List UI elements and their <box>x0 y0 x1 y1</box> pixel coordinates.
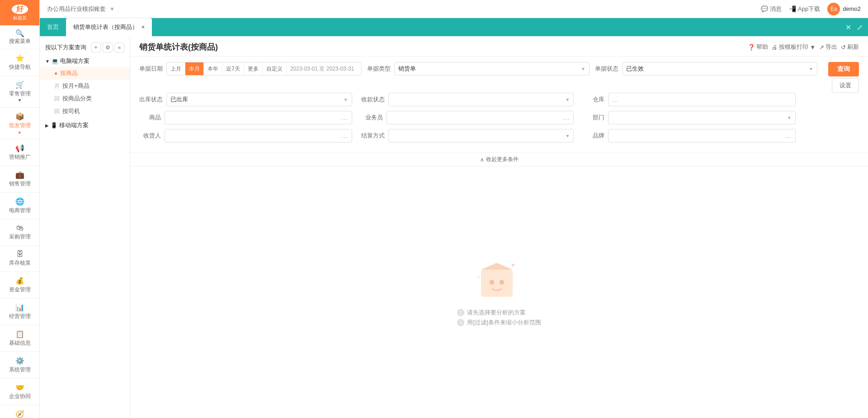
sidebar-item-guide[interactable]: 🧭 新手引导 <box>0 405 39 418</box>
tip2-num: 2 <box>457 319 464 326</box>
date-btn-this-year[interactable]: 本年 <box>204 62 222 76</box>
dept-label: 部门 <box>583 114 604 122</box>
filter-goods: 商品 ... <box>139 111 352 124</box>
help-icon: ❓ <box>748 44 755 51</box>
scheme-item-by-goods[interactable]: ● 按商品 <box>40 67 130 80</box>
search-menu-item[interactable]: 🔍 搜索菜单 <box>0 25 39 49</box>
sidebar-item-operation[interactable]: 📊 经营管理 <box>0 299 39 325</box>
svg-point-3 <box>500 280 504 285</box>
help-button[interactable]: ❓ 帮助 <box>748 43 768 51</box>
staff-filter[interactable]: ... <box>387 111 574 124</box>
print-button[interactable]: 🖨 按模板打印 ▼ <box>772 43 816 51</box>
receiver-dots-icon: ... <box>341 132 348 139</box>
status-filter[interactable]: 已生效 ▼ <box>622 62 817 76</box>
date-btn-this-month[interactable]: 本月 <box>185 62 204 76</box>
date-filter[interactable]: 上月 本月 本年 近7天 更多 自定义 2023-03-01 至 2023-03… <box>166 62 362 76</box>
receive-dropdown-icon: ▼ <box>565 97 570 102</box>
dropdown-arrow-industry[interactable]: ▼ <box>109 6 115 12</box>
empty-tips: 1 请先选择要分析的方案 2 用[过滤]条件来缩小分析范围 <box>457 309 541 328</box>
payment-label: 结算方式 <box>361 132 385 140</box>
tab-close-button[interactable]: × <box>142 24 145 30</box>
receive-filter[interactable]: ▼ <box>388 93 574 106</box>
header-right: 💬 消息 📲 App下载 Ea demo2 <box>761 3 861 15</box>
filter-warehouse: 仓库 ... <box>583 93 796 106</box>
payment-filter[interactable]: ▼ <box>388 129 574 142</box>
goods-filter[interactable]: ... <box>165 111 352 124</box>
out-status-filter[interactable]: 已出库 ▼ <box>166 93 352 106</box>
sidebar: 好 标题页 🔍 搜索菜单 ⭐ 快捷导航 🛒 零售管理 ▼ 📦 批发管理 ▲ 📢 … <box>0 0 40 418</box>
sidebar-item-purchase[interactable]: 🛍 采购管理 <box>0 219 39 246</box>
out-value: 已出库 <box>170 95 344 104</box>
tip1-num: 1 <box>457 309 464 316</box>
refresh-label: 刷新 <box>847 43 859 51</box>
brand-filter[interactable]: ... <box>608 129 796 142</box>
scheme-add-button[interactable]: + <box>91 43 101 52</box>
app-download-action[interactable]: 📲 App下载 <box>789 5 820 13</box>
out-dropdown-icon: ▼ <box>344 97 348 102</box>
tab-maximize-button[interactable]: ⤢ <box>855 21 864 33</box>
dept-dropdown-icon: ▼ <box>787 115 792 120</box>
goods-icon: ● <box>54 70 57 76</box>
print-label: 按模板打印 <box>779 43 808 51</box>
sidebar-item-finance[interactable]: 💰 资金管理 <box>0 272 39 299</box>
collapse-bar[interactable]: ∧ 收起更多条件 <box>130 153 868 166</box>
type-label: 单据类型 <box>367 65 391 73</box>
refresh-button[interactable]: ↺ 刷新 <box>841 43 859 51</box>
header-left: 办公用品行业模拟账套 ▼ <box>47 5 115 13</box>
scheme-item-by-category[interactable]: 回 按商品分类 <box>40 92 130 105</box>
sidebar-item-ecommerce[interactable]: 🌐 电商管理 <box>0 193 39 219</box>
svg-rect-0 <box>481 270 513 297</box>
print-dropdown-arrow[interactable]: ▼ <box>810 44 816 51</box>
date-btn-last-month[interactable]: 上月 <box>167 62 185 76</box>
export-button[interactable]: ↗ 导出 <box>819 43 837 51</box>
goods-label: 商品 <box>139 114 161 122</box>
scheme-group-mobile-title[interactable]: ▶ 📱 移动端方案 <box>40 119 130 131</box>
date-filter-wrapper: 上月 本月 本年 近7天 更多 自定义 2023-03-01 至 2023-03… <box>166 62 362 76</box>
top-header: 办公用品行业模拟账套 ▼ 💬 消息 📲 App下载 Ea demo2 <box>40 0 868 18</box>
tab-sales-report[interactable]: 销货单统计表（按商品） × <box>66 18 152 36</box>
scheme-group-mobile-label: 移动端方案 <box>59 121 89 129</box>
tab-close-all-button[interactable]: ✕ <box>844 21 853 33</box>
dept-filter[interactable]: ▼ <box>608 111 796 124</box>
warehouse-filter[interactable]: ... <box>608 93 796 106</box>
printer-icon: 回 <box>54 108 60 115</box>
brand-dots-icon: ... <box>785 132 792 139</box>
industry-label: 办公用品行业模拟账套 <box>47 5 106 13</box>
sidebar-item-sales[interactable]: 💼 销售管理 <box>0 166 39 193</box>
filter-status-group: 单据状态 已生效 ▼ <box>595 62 817 76</box>
user-profile[interactable]: Ea demo2 <box>827 3 861 15</box>
date-btn-more[interactable]: 更多 <box>244 62 263 76</box>
scheme-settings-button[interactable]: ⚙ <box>103 43 113 52</box>
settings-button[interactable]: 设置 <box>832 78 859 93</box>
refresh-icon: ↺ <box>841 44 846 51</box>
scheme-group-pc-title[interactable]: ▼ 💻 电脑端方案 <box>40 55 130 67</box>
status-value: 已生效 <box>626 65 809 73</box>
type-filter[interactable]: 销货单 ▼ <box>394 62 590 76</box>
sidebar-item-inventory[interactable]: 🗄 库存核算 <box>0 246 39 272</box>
export-icon: ↗ <box>819 44 824 51</box>
sidebar-item-basic[interactable]: 📋 基础信息 <box>0 325 39 352</box>
filter-row-1: 单据日期 上月 本月 本年 近7天 更多 自定义 2023-03-01 至 20… <box>139 62 859 93</box>
sidebar-item-retail[interactable]: 🛒 零售管理 ▼ <box>0 76 39 108</box>
app-logo: 好 标题页 <box>0 0 40 25</box>
date-btn-custom[interactable]: 自定义 <box>263 62 287 76</box>
sidebar-item-corp[interactable]: 🤝 企业协同 <box>0 379 39 405</box>
filter-row-2: 出库状态 已出库 ▼ 收款状态 ▼ 仓库 <box>139 93 859 106</box>
goods-dots-icon: ... <box>341 114 348 121</box>
sidebar-item-wholesale[interactable]: 📦 批发管理 ▲ <box>0 108 39 139</box>
date-btn-7days[interactable]: 近7天 <box>222 62 244 76</box>
quick-nav-item[interactable]: ⭐ 快捷导航 <box>0 49 39 76</box>
scheme-item-by-month-goods[interactable]: 月 按月+商品 <box>40 80 130 92</box>
sidebar-item-system[interactable]: ⚙️ 系统管理 <box>0 352 39 379</box>
scheme-collapse-button[interactable]: « <box>114 43 124 52</box>
collapse-label: 收起更多条件 <box>486 156 519 163</box>
query-button[interactable]: 查询 <box>828 62 859 76</box>
message-action[interactable]: 💬 消息 <box>761 5 782 13</box>
staff-label: 业务员 <box>361 114 383 122</box>
sidebar-item-marketing[interactable]: 📢 营销推广 <box>0 139 39 166</box>
receiver-filter[interactable]: ... <box>165 129 352 142</box>
tab-home[interactable]: 首页 <box>40 18 66 36</box>
scheme-item-by-printer[interactable]: 回 按司机 <box>40 105 130 118</box>
filter-area: 单据日期 上月 本月 本年 近7天 更多 自定义 2023-03-01 至 20… <box>130 57 868 153</box>
mobile-icon: 📱 <box>51 122 57 128</box>
